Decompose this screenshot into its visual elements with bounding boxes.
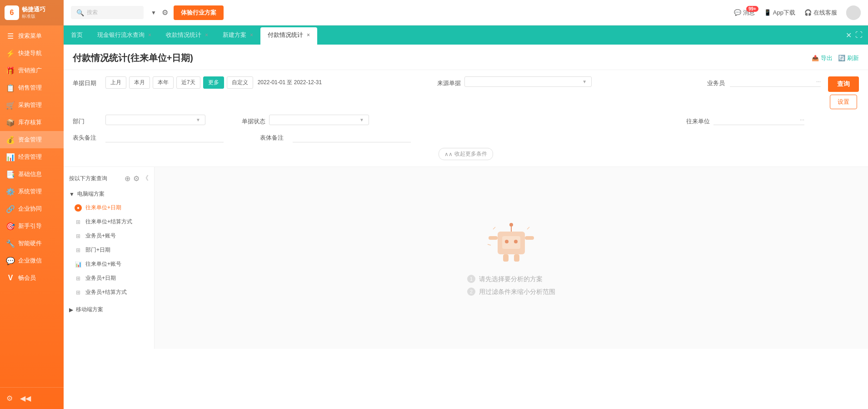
sidebar-item-cooperation[interactable]: 🔗 企业协同 (0, 200, 64, 217)
sidebar-item-operations[interactable]: 📊 经营管理 (0, 148, 64, 166)
plan-item-salesperson-account[interactable]: ⊞ 业务员+账号 (64, 229, 154, 243)
user-avatar[interactable] (846, 5, 861, 20)
date-btn-this-month[interactable]: 本月 (129, 76, 150, 89)
collapse-btn[interactable]: ∧∧ 收起更多条件 (439, 148, 493, 160)
svg-rect-6 (503, 254, 509, 262)
sidebar-item-hardware[interactable]: 🔧 智能硬件 (0, 235, 64, 252)
svg-point-2 (505, 240, 509, 243)
tab-window-btns: ✕ ⛶ (840, 25, 868, 45)
system-icon: ⚙️ (6, 187, 15, 196)
online-service-btn[interactable]: 🎧 在线客服 (804, 9, 837, 17)
topbar-gear-icon[interactable]: ⚙ (162, 8, 168, 17)
tab-new-plan[interactable]: 新建方案 × (215, 25, 260, 45)
sidebar-item-basic-info[interactable]: 📑 基础信息 (0, 166, 64, 183)
mobile-section-title[interactable]: ▶ 移动端方案 (64, 303, 154, 316)
filter-label-counterparty: 往来单位 (686, 115, 713, 126)
sidebar-item-member[interactable]: V 畅会员 (0, 269, 64, 287)
sidebar-item-purchase[interactable]: 🛒 采购管理 (0, 96, 64, 114)
tab-payment-stats[interactable]: 付款情况统计 × (260, 27, 317, 45)
sidebar-item-system[interactable]: ⚙️ 系统管理 (0, 183, 64, 200)
filter-label-doc-status: 单据状态 (242, 115, 269, 126)
search-placeholder: 搜索 (87, 9, 98, 16)
plan-item-counterparty-date[interactable]: ● 往来单位+日期 (64, 201, 154, 215)
dept-chevron-icon: ▼ (196, 117, 200, 122)
sidebar-item-guide[interactable]: 🎯 新手引导 (0, 217, 64, 235)
sidebar: 6 畅捷通巧 标准版 ☰ 搜索菜单 ⚡ 快捷导航 🎁 营销推广 📋 销售管理 🛒… (0, 0, 64, 409)
sidebar-item-inventory[interactable]: 📦 库存核算 (0, 114, 64, 131)
date-btn-custom[interactable]: 自定义 (227, 76, 253, 89)
salesperson-dots[interactable]: ··· (816, 78, 821, 85)
svg-line-11 (527, 227, 529, 229)
panel-settings-icon[interactable]: ⚙ (133, 174, 140, 183)
tab-home[interactable]: 首页 (64, 25, 90, 45)
source-select[interactable]: ▼ (464, 76, 592, 87)
sidebar-item-weixin[interactable]: 💬 企业微信 (0, 252, 64, 269)
dept-select[interactable]: ▼ (105, 115, 205, 125)
main-area: 🔍 搜索 ▼ ⚙ 体验行业方案 💬 消息 99+ 📱 App下载 🎧 在线客服 (64, 0, 868, 409)
doc-status-chevron-icon: ▼ (359, 117, 364, 122)
finance-icon: 💰 (6, 136, 15, 144)
search-box[interactable]: 🔍 搜索 (71, 6, 144, 19)
header-note-input[interactable] (105, 131, 224, 142)
trial-btn[interactable]: 体验行业方案 (174, 5, 224, 20)
panel-header-actions: ⊕ ⚙ 《 (125, 174, 149, 183)
weixin-icon: 💬 (6, 257, 15, 265)
plan-item-counterparty-settle[interactable]: ⊞ 往来单位+结算方式 (64, 215, 154, 229)
topbar-dropdown-icon[interactable]: ▼ (151, 10, 156, 16)
messages-btn[interactable]: 💬 消息 99+ (734, 9, 755, 17)
desktop-section-title[interactable]: ▼ 电脑端方案 (64, 187, 154, 201)
tab-new-plan-close[interactable]: × (250, 32, 253, 38)
svg-point-9 (509, 223, 513, 227)
filter-area: 单据日期 上月 本月 本年 近7天 更多 自定义 2022-01-01 至 20… (64, 70, 868, 167)
tab-bank-flow-close[interactable]: × (148, 32, 151, 38)
sidebar-item-finance[interactable]: 💰 资金管理 (0, 131, 64, 148)
sidebar-item-label: 基础信息 (18, 170, 42, 178)
logo-subtitle: 标准版 (22, 13, 45, 20)
marketing-icon: 🎁 (6, 66, 15, 75)
plan-item-label: 业务员+账号 (85, 232, 116, 240)
sidebar-item-marketing[interactable]: 🎁 营销推广 (0, 62, 64, 79)
tab-home-label: 首页 (71, 31, 83, 39)
tab-income-stats-close[interactable]: × (205, 32, 208, 38)
sidebar-item-sales[interactable]: 📋 销售管理 (0, 79, 64, 96)
plan-item-counterparty-account[interactable]: 📊 往来单位+账号 (64, 257, 154, 271)
query-btn[interactable]: 查询 (828, 76, 859, 92)
tab-close-all-btn[interactable]: ✕ (846, 31, 852, 40)
page-content: 付款情况统计(往来单位+日期) 📤 导出 🔄 刷新 单据日期 上月 本月 (64, 45, 868, 409)
counterparty-dots[interactable]: ··· (800, 116, 804, 123)
plan-item-label: 往来单位+账号 (85, 260, 121, 268)
refresh-btn[interactable]: 🔄 刷新 (838, 54, 859, 62)
date-btn-last-month[interactable]: 上月 (105, 76, 126, 89)
tab-income-stats[interactable]: 收款情况统计 × (159, 25, 215, 45)
plan-item-salesperson-date[interactable]: ⊞ 业务员+日期 (64, 271, 154, 285)
tab-maximize-btn[interactable]: ⛶ (855, 31, 863, 39)
tab-payment-stats-close[interactable]: × (307, 32, 310, 38)
date-btn-7days[interactable]: 近7天 (176, 76, 200, 89)
date-btn-more[interactable]: 更多 (203, 76, 224, 89)
sidebar-item-quick-nav[interactable]: ⚡ 快捷导航 (0, 45, 64, 62)
app-download-btn[interactable]: 📱 App下载 (764, 9, 795, 17)
content-area: 按以下方案查询 ⊕ ⚙ 《 ▼ 电脑端方案 ● 往来单位+日期 (64, 167, 868, 349)
plan-item-label: 部门+日期 (85, 246, 110, 254)
date-btn-this-year[interactable]: 本年 (153, 76, 174, 89)
topbar: 🔍 搜索 ▼ ⚙ 体验行业方案 💬 消息 99+ 📱 App下载 🎧 在线客服 (64, 0, 868, 25)
sidebar-item-label: 智能硬件 (18, 239, 42, 247)
body-note-input[interactable] (293, 131, 411, 142)
settings-btn[interactable]: 设置 (830, 95, 857, 109)
sidebar-settings-btn[interactable]: ⚙ (5, 392, 15, 404)
panel-collapse-icon[interactable]: 《 (142, 174, 149, 183)
avatar-image (846, 7, 861, 18)
panel-add-icon[interactable]: ⊕ (125, 174, 130, 183)
page-header-actions: 📤 导出 🔄 刷新 (812, 54, 859, 62)
plan-item-label: 业务员+结算方式 (85, 288, 127, 296)
doc-status-select[interactable]: ▼ (269, 115, 369, 125)
plan-item-dept-date[interactable]: ⊞ 部门+日期 (64, 243, 154, 257)
tab-bank-flow[interactable]: 现金银行流水查询 × (90, 25, 159, 45)
logo-icon: 6 (5, 5, 19, 20)
service-icon: 🎧 (804, 9, 812, 16)
plan-item-salesperson-settle[interactable]: ⊞ 业务员+结算方式 (64, 285, 154, 299)
export-btn[interactable]: 📤 导出 (812, 54, 833, 62)
sidebar-item-search-menu[interactable]: ☰ 搜索菜单 (0, 27, 64, 45)
member-icon: V (6, 274, 15, 282)
sidebar-collapse-btn[interactable]: ◀◀ (18, 392, 33, 404)
